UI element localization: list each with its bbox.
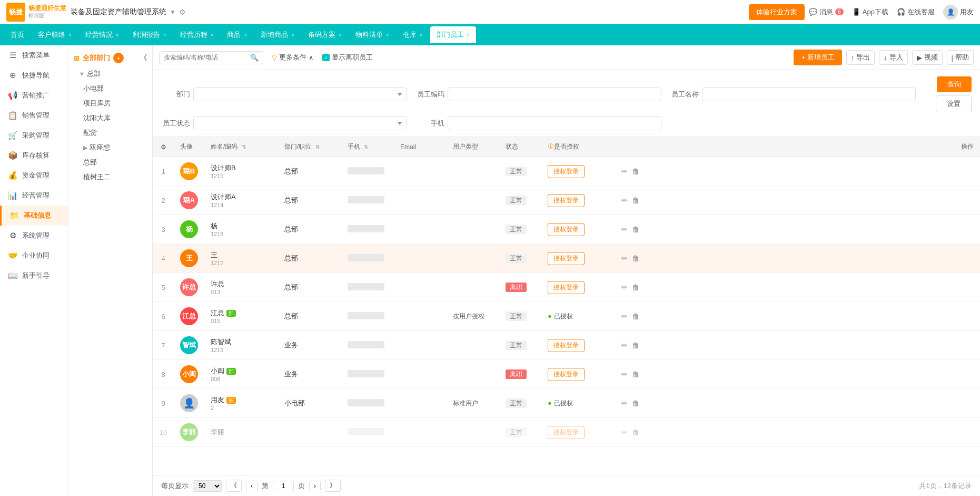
nav-purchase[interactable]: 🛒 采购管理	[0, 125, 68, 145]
gear-icon[interactable]: ⚙	[179, 8, 186, 16]
nav-finance[interactable]: 💰 资金管理	[0, 166, 68, 186]
nav-business[interactable]: 📊 经营管理	[0, 186, 68, 206]
delete-icon[interactable]: 🗑	[632, 283, 639, 291]
delete-icon[interactable]: 🗑	[632, 254, 639, 262]
authorize-btn[interactable]: 授权登录	[548, 426, 585, 439]
authorize-btn[interactable]: 授权登录	[548, 223, 585, 236]
nav-quick-nav[interactable]: ⊕ 快捷导航	[0, 65, 68, 85]
col-dept[interactable]: 部门/职位 ⇅	[278, 137, 341, 157]
col-name[interactable]: 姓名/编码 ⇅	[204, 137, 278, 157]
delete-icon[interactable]: 🗑	[632, 370, 639, 378]
phone-input[interactable]	[448, 116, 661, 130]
edit-icon[interactable]: ✏	[621, 312, 628, 320]
view-btn[interactable]: ▶ 视频	[912, 50, 943, 65]
prev-page-btn[interactable]: ‹	[246, 481, 258, 491]
nav-sales[interactable]: 📋 销售管理	[0, 105, 68, 125]
dept-item-zongbu[interactable]: 总部	[68, 155, 152, 170]
dept-item-shuangzuo[interactable]: ▶ 双座想	[68, 140, 152, 155]
per-page-select[interactable]: 50 20 100	[193, 480, 222, 492]
nav-basic-info[interactable]: 📁 基础信息	[0, 206, 68, 226]
tab-bom-close[interactable]: ×	[386, 32, 389, 38]
dept-add-btn[interactable]: +	[113, 53, 124, 63]
col-phone[interactable]: 手机 ⇅	[341, 137, 394, 157]
tab-profit-close[interactable]: ×	[163, 32, 166, 38]
tab-barcode[interactable]: 条码方案×	[302, 26, 348, 43]
delete-icon[interactable]: 🗑	[632, 428, 639, 436]
edit-icon[interactable]: ✏	[621, 428, 628, 436]
app-download-btn[interactable]: 📱 App下载	[852, 7, 888, 17]
help-btn[interactable]: | 帮助	[947, 50, 974, 65]
delete-icon[interactable]: 🗑	[632, 399, 639, 407]
dept-item-small-electric[interactable]: 小电部	[68, 81, 152, 96]
tab-warehouse-close[interactable]: ×	[420, 32, 423, 38]
online-service-btn[interactable]: 🎧 在线客服	[897, 7, 935, 17]
edit-icon[interactable]: ✏	[621, 196, 628, 205]
user-menu[interactable]: 👤 用友	[943, 5, 974, 20]
tab-goods[interactable]: 商品×	[221, 26, 253, 43]
add-employee-btn[interactable]: + 新增员工	[794, 50, 842, 65]
delete-icon[interactable]: 🗑	[632, 225, 639, 234]
tab-employees[interactable]: 部门员工×	[430, 26, 477, 43]
delete-icon[interactable]: 🗑	[632, 341, 639, 349]
message-btn[interactable]: 💬 消息 6	[809, 7, 844, 17]
page-input[interactable]	[273, 481, 294, 491]
tab-goods-close[interactable]: ×	[244, 32, 247, 38]
first-page-btn[interactable]: 《	[226, 480, 242, 492]
tab-new-goods-close[interactable]: ×	[291, 32, 294, 38]
nav-collab[interactable]: 🤝 企业协同	[0, 246, 68, 266]
system-dropdown-icon[interactable]: ▼	[170, 8, 176, 16]
tab-warehouse[interactable]: 仓库×	[397, 26, 429, 43]
nav-marketing[interactable]: 📢 营销推广	[0, 85, 68, 105]
authorize-btn[interactable]: 授权登录	[548, 281, 585, 294]
tab-customer-close[interactable]: ×	[68, 32, 72, 38]
tab-profit[interactable]: 利润报告×	[126, 26, 173, 43]
authorize-btn[interactable]: 授权登录	[548, 252, 585, 265]
employee-name-input[interactable]	[702, 87, 916, 101]
tab-history-close[interactable]: ×	[211, 32, 214, 38]
delete-icon[interactable]: 🗑	[632, 196, 639, 205]
show-resigned-toggle[interactable]: ✓ 显示离职员工	[322, 53, 373, 62]
edit-icon[interactable]: ✏	[621, 399, 628, 407]
tab-home[interactable]: 首页	[4, 26, 31, 43]
authorize-btn[interactable]: 授权登录	[548, 194, 585, 207]
dept-collapse-btn[interactable]: 《	[140, 53, 147, 63]
dept-item-zhushu[interactable]: 植树王二	[68, 170, 152, 184]
tab-customer[interactable]: 客户联络×	[32, 26, 78, 43]
tab-employees-close[interactable]: ×	[467, 32, 470, 38]
dept-item-distribution[interactable]: 配货	[68, 125, 152, 140]
next-page-btn[interactable]: ›	[309, 481, 321, 491]
tab-operation[interactable]: 经营情况×	[79, 26, 125, 43]
settings-btn[interactable]: 设置	[936, 95, 972, 112]
authorize-btn[interactable]: 授权登录	[548, 339, 585, 352]
search-input[interactable]	[164, 54, 248, 61]
edit-icon[interactable]: ✏	[621, 254, 628, 262]
export-btn[interactable]: ↑ 导出	[846, 50, 875, 65]
tab-new-goods[interactable]: 新增商品×	[254, 26, 301, 43]
tab-history[interactable]: 经营历程×	[174, 26, 220, 43]
dept-item-project[interactable]: 项目库房	[68, 96, 152, 111]
tab-bom[interactable]: 物料清单×	[349, 26, 395, 43]
edit-icon[interactable]: ✏	[621, 225, 628, 234]
more-conditions-btn[interactable]: ▽ 更多条件 ∧	[268, 51, 318, 64]
delete-icon[interactable]: 🗑	[632, 167, 639, 176]
col-settings[interactable]: ⚙	[153, 137, 174, 157]
tab-operation-close[interactable]: ×	[116, 32, 119, 38]
authorize-btn[interactable]: 授权登录	[548, 368, 585, 381]
edit-icon[interactable]: ✏	[621, 341, 628, 349]
last-page-btn[interactable]: 》	[325, 480, 341, 492]
nav-inventory[interactable]: 📦 库存核算	[0, 145, 68, 166]
edit-icon[interactable]: ✏	[621, 167, 628, 176]
delete-icon[interactable]: 🗑	[632, 312, 639, 320]
nav-guide[interactable]: 📖 新手引导	[0, 266, 68, 286]
import-btn[interactable]: ↓ 导入	[879, 50, 908, 65]
dept-select[interactable]	[193, 87, 407, 101]
nav-search-menu[interactable]: ☰ 搜索菜单	[0, 45, 68, 65]
dept-all-label[interactable]: 全部部门	[83, 53, 110, 63]
search-btn[interactable]: 查询	[937, 76, 972, 92]
employee-code-input[interactable]	[448, 87, 661, 101]
edit-icon[interactable]: ✏	[621, 370, 628, 378]
tab-barcode-close[interactable]: ×	[339, 32, 342, 38]
status-select[interactable]	[193, 116, 407, 130]
nav-system[interactable]: ⚙ 系统管理	[0, 226, 68, 246]
dept-item-shenyang[interactable]: 沈阳大库	[68, 111, 152, 125]
